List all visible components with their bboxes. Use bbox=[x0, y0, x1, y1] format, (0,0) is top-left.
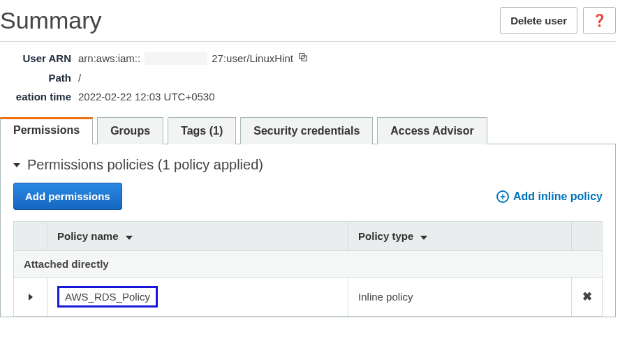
table-row: AWS_RDS_Policy Inline policy ✖ bbox=[14, 278, 603, 317]
sort-caret-icon bbox=[126, 236, 133, 240]
user-arn-label: User ARN bbox=[0, 52, 78, 64]
policy-name-link[interactable]: AWS_RDS_Policy bbox=[57, 286, 158, 308]
remove-policy-icon[interactable]: ✖ bbox=[582, 290, 592, 303]
policies-section-title: Permissions policies (1 policy applied) bbox=[27, 157, 263, 173]
copy-arn-icon[interactable] bbox=[297, 52, 309, 65]
col-policy-type[interactable]: Policy type bbox=[348, 222, 572, 251]
expand-row-icon[interactable] bbox=[29, 294, 33, 301]
policies-table: Policy name Policy type Attached directl… bbox=[13, 221, 603, 317]
page-title: Summary bbox=[0, 7, 101, 34]
group-attached-directly: Attached directly bbox=[14, 251, 603, 278]
path-label: Path bbox=[0, 72, 78, 84]
help-button[interactable]: ❓ bbox=[583, 7, 616, 34]
tab-access-advisor[interactable]: Access Advisor bbox=[377, 117, 487, 144]
policies-section-toggle[interactable]: Permissions policies (1 policy applied) bbox=[13, 157, 603, 173]
path-value: / bbox=[78, 72, 81, 84]
add-inline-policy-link[interactable]: + Add inline policy bbox=[496, 190, 603, 203]
col-policy-name-label: Policy name bbox=[57, 230, 119, 242]
creation-time-label: eation time bbox=[0, 91, 78, 103]
add-inline-policy-label: Add inline policy bbox=[513, 190, 603, 203]
delete-user-button[interactable]: Delete user bbox=[500, 7, 577, 34]
add-permissions-button[interactable]: Add permissions bbox=[13, 183, 122, 210]
help-icon: ❓ bbox=[592, 14, 607, 27]
creation-time-value: 2022-02-22 12:03 UTC+0530 bbox=[78, 91, 215, 103]
tab-security-credentials[interactable]: Security credentials bbox=[240, 117, 373, 144]
col-policy-name[interactable]: Policy name bbox=[47, 222, 348, 251]
sort-caret-icon bbox=[420, 236, 427, 240]
col-remove bbox=[572, 222, 603, 251]
user-arn-prefix: arn:aws:iam:: bbox=[78, 52, 140, 64]
col-expand bbox=[14, 222, 47, 251]
tabs: Permissions Groups Tags (1) Security cre… bbox=[0, 116, 616, 144]
tab-permissions[interactable]: Permissions bbox=[0, 117, 93, 144]
plus-circle-icon: + bbox=[496, 190, 509, 203]
caret-down-icon bbox=[13, 163, 20, 167]
tab-tags[interactable]: Tags (1) bbox=[168, 117, 236, 144]
user-arn-redacted bbox=[145, 52, 207, 65]
user-arn-suffix: 27:user/LinuxHint bbox=[212, 52, 293, 64]
tab-groups[interactable]: Groups bbox=[97, 117, 163, 144]
policy-type-value: Inline policy bbox=[348, 278, 572, 317]
col-policy-type-label: Policy type bbox=[358, 230, 413, 242]
